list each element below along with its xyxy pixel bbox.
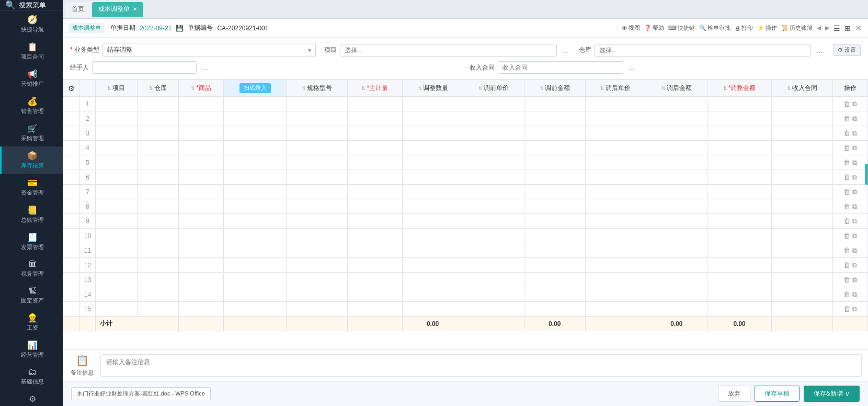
row-before-price-cell[interactable] — [463, 229, 524, 243]
row-product-cell[interactable] — [178, 199, 224, 214]
row-before-price-cell[interactable] — [463, 273, 524, 287]
delete-row-icon[interactable]: 🗑 — [843, 217, 850, 225]
row-adjust-amount-cell[interactable] — [707, 273, 772, 287]
row-before-amount-cell[interactable] — [524, 126, 585, 141]
sidebar-item-ledger-mgmt[interactable]: 📒总账管理 — [0, 201, 63, 228]
row-income-contract-cell[interactable] — [772, 302, 833, 317]
row-adjust-amount-cell[interactable] — [707, 141, 772, 155]
row-after-price-cell[interactable] — [585, 141, 646, 155]
row-unit-cell[interactable] — [347, 97, 402, 111]
row-product-cell[interactable] — [178, 214, 224, 229]
sidebar-item-fixed-assets[interactable]: 🏗固定资产 — [0, 282, 63, 309]
nav-next-icon[interactable]: ▶ — [825, 25, 829, 31]
row-project-cell[interactable] — [96, 111, 137, 126]
sidebar-item-quick-nav[interactable]: 🧭快捷导航 — [0, 10, 63, 38]
row-adjust-amount-cell[interactable] — [707, 214, 772, 229]
row-after-price-cell[interactable] — [585, 170, 646, 185]
copy-row-icon[interactable]: ⧉ — [852, 188, 857, 196]
row-adjust-qty-cell[interactable] — [402, 185, 463, 199]
row-warehouse-cell[interactable] — [137, 126, 178, 141]
delete-row-icon[interactable]: 🗑 — [843, 115, 850, 123]
row-warehouse-cell[interactable] — [137, 170, 178, 185]
row-after-amount-cell[interactable] — [646, 287, 707, 302]
row-product-cell[interactable] — [178, 243, 224, 258]
ops-btn[interactable]: ⚡ 操作 — [757, 24, 777, 32]
sidebar-item-fund-mgmt[interactable]: 💳资金管理 — [0, 174, 63, 201]
row-before-price-cell[interactable] — [463, 126, 524, 141]
income-contract-dots[interactable]: ... — [626, 63, 637, 72]
row-adjust-amount-cell[interactable] — [707, 287, 772, 302]
row-income-contract-cell[interactable] — [772, 287, 833, 302]
project-dots[interactable]: ... — [560, 46, 570, 54]
row-before-price-cell[interactable] — [463, 302, 524, 317]
print-btn[interactable]: 🖨 打印 — [735, 24, 753, 32]
row-after-price-cell[interactable] — [585, 243, 646, 258]
row-warehouse-cell[interactable] — [137, 287, 178, 302]
row-income-contract-cell[interactable] — [772, 258, 833, 273]
row-unit-cell[interactable] — [347, 155, 402, 170]
row-before-price-cell[interactable] — [463, 214, 524, 229]
sidebar-item-tax-mgmt[interactable]: 🏛税务管理 — [0, 255, 63, 282]
row-after-price-cell[interactable] — [585, 229, 646, 243]
row-adjust-qty-cell[interactable] — [402, 141, 463, 155]
row-adjust-amount-cell[interactable] — [707, 111, 772, 126]
row-unit-cell[interactable] — [347, 214, 402, 229]
row-income-contract-cell[interactable] — [772, 214, 833, 229]
row-after-amount-cell[interactable] — [646, 170, 707, 185]
row-after-price-cell[interactable] — [585, 155, 646, 170]
row-project-cell[interactable] — [96, 126, 137, 141]
save-draft-button[interactable]: 保存草稿 — [755, 386, 800, 402]
row-adjust-amount-cell[interactable] — [707, 126, 772, 141]
row-warehouse-cell[interactable] — [137, 97, 178, 111]
row-adjust-qty-cell[interactable] — [402, 229, 463, 243]
delete-row-icon[interactable]: 🗑 — [843, 202, 850, 211]
col-settings[interactable]: ⚙ — [63, 80, 80, 97]
grid-view-icon[interactable]: ⊞ — [844, 24, 851, 32]
row-product-cell[interactable] — [178, 97, 224, 111]
row-adjust-qty-cell[interactable] — [402, 287, 463, 302]
row-income-contract-cell[interactable] — [772, 273, 833, 287]
row-before-price-cell[interactable] — [463, 141, 524, 155]
row-adjust-qty-cell[interactable] — [402, 111, 463, 126]
tab-cost-adjust[interactable]: 成本调整单 ✕ — [92, 2, 143, 17]
row-income-contract-cell[interactable] — [772, 170, 833, 185]
row-after-price-cell[interactable] — [585, 185, 646, 199]
row-after-price-cell[interactable] — [585, 199, 646, 214]
row-spec-cell[interactable] — [287, 214, 348, 229]
row-product-cell[interactable] — [178, 229, 224, 243]
row-project-cell[interactable] — [96, 170, 137, 185]
row-income-contract-cell[interactable] — [772, 243, 833, 258]
row-warehouse-cell[interactable] — [137, 258, 178, 273]
copy-row-icon[interactable]: ⧉ — [852, 159, 857, 167]
handler-input[interactable] — [92, 61, 197, 74]
row-product-cell[interactable] — [178, 155, 224, 170]
row-spec-cell[interactable] — [287, 111, 348, 126]
copy-row-icon[interactable]: ⧉ — [852, 276, 857, 284]
delete-row-icon[interactable]: 🗑 — [843, 276, 850, 284]
row-after-amount-cell[interactable] — [646, 126, 707, 141]
row-adjust-amount-cell[interactable] — [707, 302, 772, 317]
settings-button[interactable]: ⚙ 设置 — [833, 44, 861, 56]
row-unit-cell[interactable] — [347, 243, 402, 258]
row-adjust-qty-cell[interactable] — [402, 273, 463, 287]
row-after-price-cell[interactable] — [585, 126, 646, 141]
row-adjust-amount-cell[interactable] — [707, 258, 772, 273]
delete-row-icon[interactable]: 🗑 — [843, 173, 850, 182]
row-unit-cell[interactable] — [347, 258, 402, 273]
row-warehouse-cell[interactable] — [137, 185, 178, 199]
row-adjust-amount-cell[interactable] — [707, 199, 772, 214]
sidebar-item-payroll[interactable]: 👷工资 — [0, 309, 63, 336]
row-project-cell[interactable] — [96, 155, 137, 170]
nav-prev-icon[interactable]: ◀ — [817, 25, 821, 31]
row-after-amount-cell[interactable] — [646, 141, 707, 155]
row-after-price-cell[interactable] — [585, 302, 646, 317]
sidebar-item-basic-info[interactable]: 🗂基础信息 — [0, 363, 63, 390]
sidebar-item-ops-mgmt[interactable]: 📊经营管理 — [0, 336, 63, 363]
row-project-cell[interactable] — [96, 185, 137, 199]
row-adjust-qty-cell[interactable] — [402, 258, 463, 273]
row-income-contract-cell[interactable] — [772, 141, 833, 155]
row-spec-cell[interactable] — [287, 170, 348, 185]
row-spec-cell[interactable] — [287, 199, 348, 214]
row-project-cell[interactable] — [96, 273, 137, 287]
row-project-cell[interactable] — [96, 302, 137, 317]
